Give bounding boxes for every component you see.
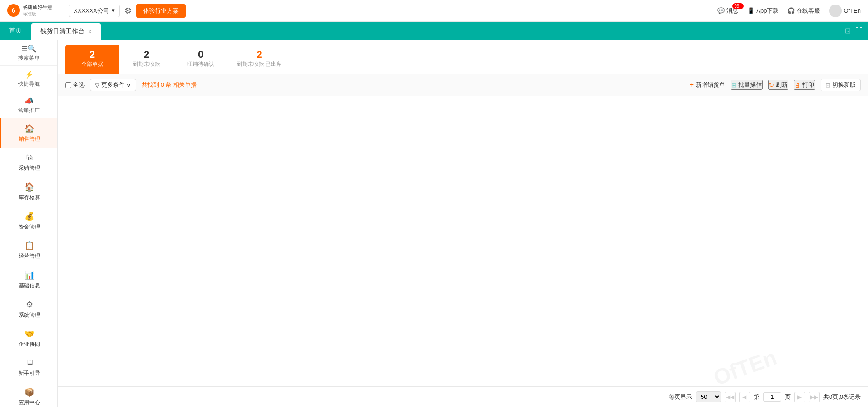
stat-tab-overdue[interactable]: 2 到期未收款 (119, 45, 174, 74)
add-sale-button[interactable]: + 新增销货单 (690, 81, 725, 89)
nav-tabs: 首页 钱货日清工作台 × ⊡ ⛶ (0, 22, 868, 40)
refresh-label: 刷新 (776, 81, 788, 89)
first-page-button[interactable]: ◀◀ (725, 392, 736, 402)
sales-icon: 🏠 (24, 124, 34, 134)
stat-label-overdue: 到期未收款 (128, 61, 165, 68)
found-unit: 条 (165, 81, 171, 88)
finance-icon: 💰 (24, 211, 34, 221)
filter-button[interactable]: ▽ 更多条件 ∨ (90, 79, 136, 91)
content-area: 2 全部单据 2 到期未收款 0 旺铺待确认 2 到期未收款 已出库 (58, 40, 868, 407)
found-count: 0 (161, 81, 164, 88)
settings-icon[interactable]: ⚙ (124, 6, 132, 16)
sidebar-item-appstore[interactable]: 📦 应用中心 (0, 382, 57, 407)
stat-num-shipped: 2 (237, 49, 282, 61)
company-name: XXXXXX公司 (74, 7, 109, 15)
inventory-icon: 🏠 (24, 182, 34, 192)
sidebar-item-basic[interactable]: 📊 基础信息 (0, 265, 57, 294)
tab-close-icon[interactable]: × (88, 28, 91, 35)
next-page-button[interactable]: ▶ (794, 392, 805, 402)
sidebar-search[interactable]: ☰🔍 搜索菜单 (0, 40, 57, 66)
user-avatar[interactable]: OfTEn (829, 5, 861, 17)
stat-num-overdue: 2 (128, 49, 165, 61)
sidebar-item-coop[interactable]: 🤝 企业协同 (0, 323, 57, 353)
switch-label: 切换新版 (832, 81, 856, 89)
total-text: 共0页,0条记录 (823, 393, 861, 401)
sidebar-item-finance[interactable]: 💰 资金管理 (0, 206, 57, 235)
company-selector[interactable]: XXXXXX公司 ▾ (69, 5, 120, 17)
tab-daily-work[interactable]: 钱货日清工作台 × (31, 23, 101, 40)
page-size-select[interactable]: 50 10 20 100 (696, 391, 721, 402)
print-icon: 🖨 (795, 82, 801, 89)
header-right: 💬 消息 99+ 📱 App下载 🎧 在线客服 OfTEn (717, 5, 861, 17)
stats-bar: 2 全部单据 2 到期未收款 0 旺铺待确认 2 到期未收款 已出库 (58, 40, 868, 74)
quicknav-icon: ⚡ (24, 70, 33, 79)
main-layout: ☰🔍 搜索菜单 ⚡ 快捷导航 📣 营销推广 🏠 销售管理 🛍 采购管理 🏠 库存… (0, 40, 868, 407)
stat-num-all: 2 (74, 49, 110, 61)
sidebar: ☰🔍 搜索菜单 ⚡ 快捷导航 📣 营销推广 🏠 销售管理 🛍 采购管理 🏠 库存… (0, 40, 58, 407)
nav-tab-actions: ⊡ ⛶ (845, 27, 868, 35)
sidebar-item-inventory[interactable]: 🏠 库存核算 (0, 177, 57, 206)
add-label: 新增销货单 (696, 81, 725, 89)
sidebar-item-operation[interactable]: 📋 经营管理 (0, 235, 57, 265)
sidebar-item-sales[interactable]: 🏠 销售管理 (0, 118, 57, 148)
page-size-label: 每页显示 (669, 393, 692, 401)
tab-home[interactable]: 首页 (0, 22, 31, 40)
message-button[interactable]: 💬 消息 99+ (717, 7, 738, 15)
toolbar: 全选 ▽ 更多条件 ∨ 共找到 0 条 相关单据 + 新增销货单 ⊞ (58, 74, 868, 96)
pagination-bar: 每页显示 50 10 20 100 ◀◀ ◀ 第 页 ▶ ▶▶ 共0页,0条记录 (58, 386, 868, 407)
online-service-label: 在线客服 (797, 7, 820, 15)
sidebar-item-purchase[interactable]: 🛍 采购管理 (0, 148, 57, 177)
stat-tab-all[interactable]: 2 全部单据 (65, 45, 119, 74)
switch-version-button[interactable]: ⊡ 切换新版 (821, 79, 861, 91)
batch-button[interactable]: ⊞ 批量操作 (731, 80, 763, 90)
stat-label-all: 全部单据 (74, 61, 110, 68)
logo-subtitle: 标准版 (23, 11, 52, 17)
refresh-button[interactable]: ↻ 刷新 (768, 80, 788, 90)
stat-label-shipped: 到期未收款 已出库 (237, 61, 282, 68)
avatar-image (829, 5, 842, 17)
sidebar-item-guide[interactable]: 🖥 新手引导 (0, 353, 57, 382)
app-download-icon: 📱 (747, 7, 755, 14)
batch-icon: ⊞ (731, 82, 736, 89)
trial-button[interactable]: 体验行业方案 (136, 4, 186, 18)
appstore-icon: 📦 (24, 387, 34, 397)
plus-icon: + (690, 81, 694, 89)
sidebar-quicknav[interactable]: ⚡ 快捷导航 (0, 66, 57, 92)
found-prefix: 共找到 (142, 81, 159, 88)
found-text: 共找到 0 条 相关单据 (142, 81, 197, 89)
found-suffix: 相关单据 (173, 81, 197, 88)
logo-area: 6 畅捷通好生意 标准版 (7, 4, 65, 17)
select-all-input[interactable] (65, 82, 71, 88)
search-label: 搜索菜单 (18, 54, 40, 62)
app-download-button[interactable]: 📱 App下载 (747, 7, 778, 15)
search-icon: ☰🔍 (21, 44, 37, 53)
purchase-icon: 🛍 (25, 153, 33, 163)
message-badge: 99+ (732, 3, 744, 9)
logo-icon: 6 (7, 4, 20, 17)
switch-icon: ⊡ (826, 82, 830, 89)
prev-page-button[interactable]: ◀ (739, 392, 750, 402)
online-service-button[interactable]: 🎧 在线客服 (788, 7, 820, 15)
logo-title: 畅捷通好生意 (23, 4, 52, 10)
guide-icon: 🖥 (25, 358, 33, 368)
last-page-button[interactable]: ▶▶ (809, 392, 820, 402)
chevron-down-icon: ▾ (112, 7, 115, 14)
tab-minimize-icon[interactable]: ⊡ (845, 27, 851, 35)
table-area (58, 96, 868, 386)
select-all-checkbox[interactable]: 全选 (65, 81, 85, 89)
select-all-label: 全选 (73, 81, 85, 89)
tab-expand-icon[interactable]: ⛶ (855, 27, 863, 35)
sidebar-item-system[interactable]: ⚙ 系统管理 (0, 294, 57, 323)
operation-icon: 📋 (24, 241, 34, 251)
top-header: 6 畅捷通好生意 标准版 XXXXXX公司 ▾ ⚙ 体验行业方案 💬 消息 99… (0, 0, 868, 22)
stat-tab-pending[interactable]: 0 旺铺待确认 (174, 45, 228, 74)
batch-label: 批量操作 (738, 81, 762, 89)
stat-tab-shipped[interactable]: 2 到期未收款 已出库 (228, 45, 291, 74)
sidebar-marketing[interactable]: 📣 营销推广 (0, 92, 57, 118)
filter-chevron-icon: ∨ (127, 82, 131, 89)
stat-num-pending: 0 (183, 49, 219, 61)
page-input[interactable] (763, 392, 781, 402)
print-button[interactable]: 🖨 打印 (794, 80, 815, 90)
message-icon: 💬 (717, 7, 725, 14)
print-label: 打印 (802, 81, 814, 89)
